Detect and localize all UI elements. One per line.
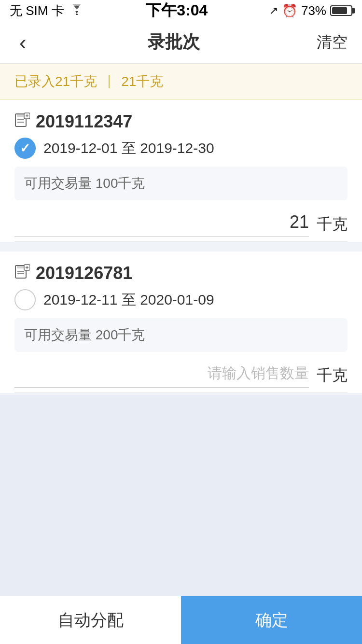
batch-date-row-2: 2019-12-11 至 2020-01-09: [14, 289, 348, 310]
quantity-wrapper-1: 21: [14, 212, 309, 237]
back-button[interactable]: ‹: [14, 26, 31, 59]
bottom-space: [0, 395, 362, 607]
batch-item-2: 2019126781 2019-12-11 至 2020-01-09 可用交易量…: [0, 252, 362, 352]
divider-1: [14, 241, 348, 242]
recorded-amount: 已录入21千克: [14, 72, 97, 91]
batch-id-1: 2019112347: [36, 112, 132, 132]
svg-rect-2: [17, 114, 25, 117]
wifi-icon: [69, 3, 84, 18]
batch-available-1: 可用交易量 100千克: [14, 167, 348, 200]
banner-divider: [109, 75, 110, 88]
batch-doc-icon-1: [14, 112, 30, 131]
batch-header-2: 2019126781: [14, 263, 348, 283]
batch-date-1: 2019-12-01 至 2019-12-30: [43, 139, 214, 158]
info-banner: 已录入21千克 21千克: [0, 64, 362, 100]
auto-distribute-button[interactable]: 自动分配: [0, 596, 181, 644]
clear-button[interactable]: 清空: [317, 32, 348, 53]
batch-id-2: 2019126781: [36, 263, 132, 283]
quantity-wrapper-2: 请输入销售数量: [14, 364, 309, 388]
status-left: 无 SIM 卡: [10, 2, 84, 19]
status-right: ↗ ⏰ 73%: [269, 3, 352, 18]
batch-card-1: 2019112347 ✓ 2019-12-01 至 2019-12-30 可用交…: [0, 100, 362, 242]
no-sim-text: 无 SIM 卡: [10, 2, 64, 19]
batch-radio-1[interactable]: ✓: [14, 138, 36, 159]
check-icon-1: ✓: [20, 141, 30, 156]
svg-rect-9: [17, 266, 25, 268]
batch-card-2: 2019126781 2019-12-11 至 2020-01-09 可用交易量…: [0, 252, 362, 393]
batch-item-1: 2019112347 ✓ 2019-12-01 至 2019-12-30 可用交…: [0, 100, 362, 200]
svg-point-0: [76, 14, 78, 15]
battery-pct: 73%: [301, 3, 326, 18]
batch-radio-2[interactable]: [14, 289, 36, 310]
status-bar: 无 SIM 卡 下午3:04 ↗ ⏰ 73%: [0, 0, 362, 21]
confirm-button[interactable]: 确定: [181, 596, 362, 644]
quantity-placeholder-2[interactable]: 请输入销售数量: [208, 364, 309, 383]
batch-available-2: 可用交易量 200千克: [14, 318, 348, 352]
quantity-unit-2: 千克: [317, 365, 348, 386]
banner-value: 21千克: [121, 72, 163, 91]
page-title: 录批次: [148, 30, 200, 54]
quantity-value-1[interactable]: 21: [290, 212, 309, 232]
section-divider: [0, 244, 362, 252]
batch-doc-icon-2: [14, 264, 30, 283]
quantity-unit-1: 千克: [317, 214, 348, 235]
quantity-row-1: 21 千克: [0, 200, 362, 241]
battery-icon: [330, 5, 352, 16]
alarm-icon: ⏰: [282, 3, 297, 18]
footer: 自动分配 确定: [0, 596, 362, 644]
location-icon: ↗: [269, 4, 278, 17]
nav-bar: ‹ 录批次 清空: [0, 21, 362, 64]
batch-date-2: 2019-12-11 至 2020-01-09: [43, 290, 214, 310]
quantity-row-2: 请输入销售数量 千克: [0, 352, 362, 392]
status-time: 下午3:04: [146, 0, 208, 21]
batch-date-row-1: ✓ 2019-12-01 至 2019-12-30: [14, 138, 348, 159]
divider-2: [14, 392, 348, 393]
batch-header-1: 2019112347: [14, 112, 348, 132]
